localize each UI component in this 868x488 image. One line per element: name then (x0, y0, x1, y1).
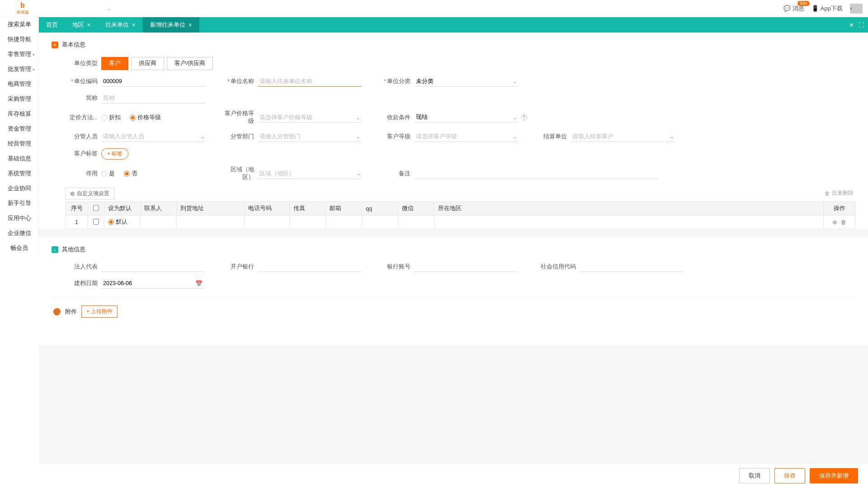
sidebar-item-guide[interactable]: 新手引导 (0, 196, 38, 211)
main-content: ≡ 基本信息 单位类型 客户 供应商 客户/供应商 *单位编码 *单位名称 (39, 33, 868, 488)
phone-icon: 📱 (811, 5, 819, 12)
price-level-label: 客户价格等级 (222, 110, 258, 125)
cell-contact[interactable] (141, 216, 177, 229)
unit-type-supplier[interactable]: 供应商 (131, 57, 164, 70)
cust-level-select[interactable] (414, 131, 518, 142)
remark-input[interactable] (414, 169, 658, 179)
calendar-icon[interactable]: 📅 (195, 280, 203, 287)
receipt-select[interactable] (414, 113, 518, 123)
settle-unit-label: 结算单位 (534, 133, 571, 141)
sidebar-item-ecommerce[interactable]: 电商管理 (0, 77, 38, 92)
cell-address[interactable] (177, 216, 245, 229)
messages-button[interactable]: 💬 消息 99+ (783, 5, 804, 13)
dept-select[interactable] (258, 131, 362, 142)
create-date-input[interactable] (101, 278, 205, 289)
unit-type-label: 单位类型 (65, 60, 101, 67)
cell-region[interactable] (434, 216, 824, 229)
bank-input[interactable] (258, 262, 362, 272)
col-set-default: 设为默认 (104, 202, 141, 216)
legal-input[interactable] (101, 262, 205, 272)
tab-new-unit[interactable]: 新增往来单位✕ (143, 17, 199, 33)
chevron-down-icon: ▾ (850, 6, 852, 11)
top-header: b 标准版 ⌄ 💬 消息 99+ 📱 App下载 ▾ (0, 0, 868, 17)
app-download-button[interactable]: 📱 App下载 (811, 5, 843, 13)
attach-icon: 📎 (53, 308, 61, 315)
pricing-label: 定价方法... (65, 114, 101, 122)
section-icon: ⌂ (52, 246, 58, 253)
upload-button[interactable]: + 上传附件 (81, 305, 118, 318)
unit-code-label: *单位编码 (65, 78, 101, 85)
contacts-table: 序号 设为默认 联系人 到货地址 电话号码 传真 邮箱 qq 微信 所在地区 操… (65, 202, 855, 229)
logo: b 标准版 (5, 1, 40, 15)
region-input[interactable] (258, 169, 362, 179)
save-new-button[interactable]: 保存并新增 (810, 468, 858, 483)
sidebar-item-basic[interactable]: 基础信息 (0, 151, 38, 166)
select-all-checkbox[interactable] (93, 205, 99, 211)
sidebar-item-collab[interactable]: 企业协同 (0, 181, 38, 196)
sidebar-item-retail[interactable]: 零售管理▸ (0, 47, 38, 62)
gear-icon: ⚙ (70, 191, 75, 197)
app-download-label: App下载 (821, 5, 843, 13)
sidebar-item-system[interactable]: 系统管理 (0, 166, 38, 181)
unit-type-both[interactable]: 客户/供应商 (167, 57, 213, 70)
price-level-select[interactable] (258, 113, 362, 123)
unit-name-input[interactable] (258, 76, 362, 87)
close-all-icon[interactable]: ✕ (849, 22, 854, 28)
pricing-discount-radio[interactable]: 折扣 (101, 114, 121, 122)
settle-unit-input[interactable] (571, 131, 675, 142)
add-row-icon[interactable]: ⊕ (832, 219, 837, 225)
close-icon[interactable]: ✕ (87, 22, 91, 28)
col-phone: 电话号码 (245, 202, 290, 216)
sidebar-item-quicknav[interactable]: 快捷导航 (0, 32, 38, 47)
disable-no-radio[interactable]: 否 (124, 170, 137, 178)
close-icon[interactable]: ✕ (188, 22, 192, 28)
trash-icon: 🗑 (825, 190, 830, 197)
manager-input[interactable] (101, 131, 205, 142)
close-icon[interactable]: ✕ (132, 22, 136, 28)
col-contact: 联系人 (141, 202, 177, 216)
cell-email[interactable] (326, 216, 362, 229)
sidebar-item-wholesale[interactable]: 批发管理▸ (0, 62, 38, 77)
account-input[interactable] (414, 262, 518, 272)
unit-type-customer[interactable]: 客户 (101, 57, 128, 70)
sidebar-item-finance[interactable]: 资金管理 (0, 122, 38, 136)
avatar[interactable]: ▾ (850, 4, 863, 14)
sidebar-item-member[interactable]: 畅会员 (0, 241, 38, 256)
cell-fax[interactable] (290, 216, 326, 229)
attach-label: 附件 (65, 308, 77, 316)
cell-default[interactable]: 默认 (104, 216, 141, 229)
save-button[interactable]: 保存 (774, 468, 805, 483)
section-other-title: ⌂ 其他信息 (52, 245, 855, 253)
custom-config-button[interactable]: ⚙ 自定义项设置 (65, 188, 114, 200)
sidebar-item-business[interactable]: 经营管理 (0, 136, 38, 151)
sidebar-item-inventory[interactable]: 库存核算 (0, 107, 38, 122)
add-tag-button[interactable]: + 标签 (101, 148, 128, 160)
delete-row-icon[interactable]: 🗑 (841, 219, 847, 225)
sidebar-item-search[interactable]: 搜索菜单 (0, 17, 38, 32)
cell-phone[interactable] (245, 216, 290, 229)
unit-code-input[interactable] (101, 76, 205, 87)
company-select[interactable]: ⌄ (49, 5, 112, 12)
create-date-label: 建档日期 (65, 280, 101, 287)
pricing-level-radio[interactable]: 价格等级 (130, 114, 161, 122)
sidebar-item-purchase[interactable]: 采购管理 (0, 92, 38, 107)
unit-category-select[interactable] (414, 76, 518, 87)
sidebar-item-apps[interactable]: 应用中心 (0, 211, 38, 226)
tab-region[interactable]: 地区✕ (65, 17, 98, 33)
cancel-button[interactable]: 取消 (739, 468, 770, 483)
tab-home[interactable]: 首页 (39, 17, 65, 33)
disable-yes-radio[interactable]: 是 (101, 170, 115, 178)
message-icon: 💬 (783, 5, 791, 12)
help-icon[interactable]: ? (521, 114, 527, 121)
batch-delete-button[interactable]: 🗑 批量删除 (825, 189, 854, 197)
fullscreen-icon[interactable]: ⛶ (859, 22, 864, 28)
tab-units[interactable]: 往来单位✕ (98, 17, 143, 33)
section-basic-title: ≡ 基本信息 (52, 41, 855, 49)
cell-wechat[interactable] (398, 216, 434, 229)
cell-qq[interactable] (362, 216, 398, 229)
sidebar-item-wechat[interactable]: 企业微信 (0, 226, 38, 241)
sidebar: 搜索菜单 快捷导航 零售管理▸ 批发管理▸ 电商管理 采购管理 库存核算 资金管… (0, 17, 39, 256)
shortname-input[interactable] (101, 93, 205, 103)
row-checkbox[interactable] (93, 219, 99, 225)
credit-input[interactable] (580, 262, 684, 272)
